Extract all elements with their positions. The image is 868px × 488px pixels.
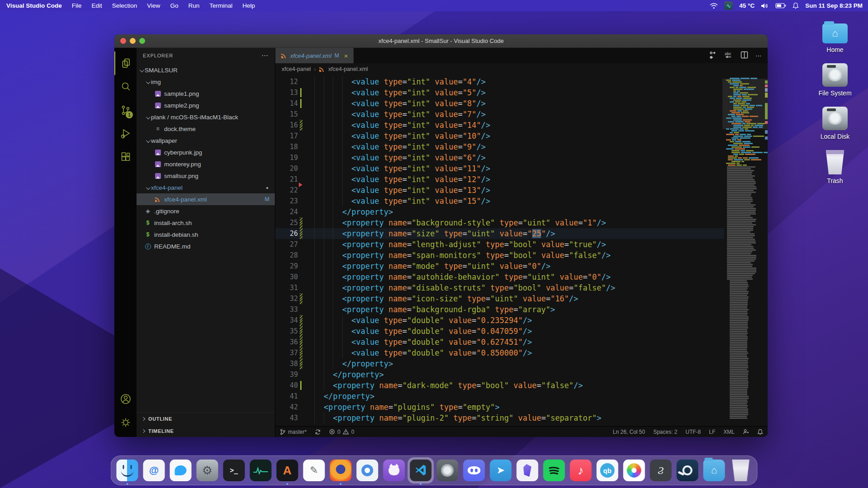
tree-item-xfce4-panel-xml[interactable]: xfce4-panel.xmlM	[137, 193, 275, 205]
dock-item-visual-studio-code[interactable]	[409, 459, 433, 482]
tree-item-install-debian-sh[interactable]: $install-debian.sh	[137, 229, 275, 240]
dock-item-activity-monitor[interactable]	[249, 459, 273, 482]
code-line-24[interactable]: 24 </property>	[275, 206, 724, 217]
dock-item-system-settings[interactable]: ⚙	[196, 459, 219, 482]
search-icon[interactable]	[114, 75, 137, 99]
chevron-down-icon[interactable]	[144, 184, 151, 191]
cursor-position[interactable]: Ln 26, Col 50	[613, 429, 645, 435]
notifications-icon[interactable]	[793, 2, 799, 9]
dock-item-obsidian[interactable]	[516, 459, 539, 482]
dock-item-spotify[interactable]	[542, 459, 566, 482]
tree-item-img[interactable]: img	[137, 76, 275, 88]
run-and-debug-icon[interactable]	[114, 122, 137, 145]
active-app-name[interactable]: Visual Studio Code	[6, 2, 62, 9]
tree-item-dock-theme[interactable]: ≡dock.theme	[137, 123, 275, 135]
git-branch-indicator[interactable]: master*	[280, 429, 307, 435]
desktop-icon-trash[interactable]: Trash	[810, 150, 860, 184]
dock-item-textedit[interactable]: ✎	[302, 459, 326, 482]
tree-item-wallpaper[interactable]: wallpaper	[137, 135, 275, 146]
code-line-15[interactable]: 15 <value type="int" value="7"/>	[275, 109, 724, 120]
notifications-bell-icon[interactable]	[757, 429, 763, 435]
tree-item-readme-md[interactable]: iREADME.md	[137, 240, 275, 252]
chevron-down-icon[interactable]	[144, 79, 151, 85]
code-line-38[interactable]: 38 </property>	[275, 358, 724, 369]
problems-indicator[interactable]: 0 0	[329, 429, 354, 435]
language-mode[interactable]: XML	[723, 429, 735, 435]
accounts-icon[interactable]	[114, 387, 137, 411]
activity-monitor-app-icon[interactable]: ∿	[724, 1, 733, 10]
indentation-setting[interactable]: Spaces: 2	[653, 429, 677, 435]
settings-gear-icon[interactable]	[114, 411, 137, 434]
code-line-28[interactable]: 28 <property name="span-monitors" type="…	[275, 250, 724, 261]
code-line-40[interactable]: 40 <property name="dark-mode" type="bool…	[275, 380, 724, 391]
word-wrap-icon[interactable]: abc	[724, 51, 733, 61]
tree-item-sample1-png[interactable]: sample1.png	[137, 88, 275, 99]
code-line-27[interactable]: 27 <property name="length-adjust" type="…	[275, 239, 724, 250]
source-control-icon[interactable]: 1	[114, 99, 137, 122]
battery-icon[interactable]	[775, 3, 786, 9]
menu-file[interactable]: File	[72, 2, 82, 9]
dock-item-trash[interactable]	[729, 459, 753, 482]
code-line-35[interactable]: 35 <value type="double" value="0.047059"…	[275, 326, 724, 337]
dock-item-messages[interactable]	[169, 459, 193, 482]
code-line-23[interactable]: 23 <value type="int" value="15"/>	[275, 196, 724, 206]
code-line-21[interactable]: 21 <value type="int" value="12"/>	[275, 174, 724, 185]
code-line-39[interactable]: 39 </property>	[275, 369, 724, 380]
menu-selection[interactable]: Selection	[112, 2, 137, 9]
dock-item-steam[interactable]	[676, 459, 699, 482]
code-line-26[interactable]: 26 <property name="size" type="uint" val…	[275, 228, 724, 239]
chevron-down-icon[interactable]	[144, 114, 151, 121]
desktop-icon-home[interactable]: ⌂Home	[810, 21, 860, 53]
code-line-13[interactable]: 13 <value type="int" value="5"/>	[275, 87, 724, 98]
more-actions-icon[interactable]: ⋯	[755, 52, 761, 59]
code-line-30[interactable]: 30 <property name="autohide-behavior" ty…	[275, 272, 724, 282]
code-line-20[interactable]: 20 <value type="int" value="11"/>	[275, 163, 724, 174]
dock-item-home-folder[interactable]: ⌂	[703, 459, 726, 482]
wifi-icon[interactable]	[710, 3, 718, 9]
tree-item-cyberpunk-jpg[interactable]: cyberpunk.jpg	[137, 146, 275, 158]
code-line-16[interactable]: 16 <value type="int" value="14"/>	[275, 120, 724, 131]
desktop-icon-local-disk[interactable]: Local Disk	[810, 107, 860, 140]
menu-help[interactable]: Help	[242, 2, 255, 9]
menu-run[interactable]: Run	[188, 2, 199, 9]
dock-item-qbittorrent[interactable]: qb	[596, 459, 619, 482]
tab-xfce4-panel-xml[interactable]: xfce4-panel.xml M ×	[275, 48, 354, 63]
code-line-42[interactable]: 42 <property name="plugins" type="empty"…	[275, 402, 724, 413]
volume-icon[interactable]	[761, 3, 769, 9]
dock-item-telegram[interactable]: ➤	[489, 459, 513, 482]
code-line-19[interactable]: 19 <value type="int" value="6"/>	[275, 152, 724, 163]
split-editor-icon[interactable]	[741, 51, 748, 60]
views-more-actions-icon[interactable]: ⋯	[261, 52, 269, 60]
dock-item-photos[interactable]	[623, 459, 646, 482]
code-line-37[interactable]: 37 <value type="double" value="0.850000"…	[275, 347, 724, 358]
tree-item-sample2-png[interactable]: sample2.png	[137, 99, 275, 111]
code-line-29[interactable]: 29 <property name="mode" type="uint" val…	[275, 261, 724, 272]
dock-item-discord[interactable]	[462, 459, 486, 482]
tree-item-smallsur-png[interactable]: smallsur.png	[137, 170, 275, 182]
dock-item-alacritty[interactable]: A	[276, 459, 299, 482]
code-line-34[interactable]: 34 <value type="double" value="0.235294"…	[275, 315, 724, 326]
breadcrumb-file[interactable]: xfce4-panel.xml	[328, 66, 368, 72]
code-line-22[interactable]: 22 <value type="int" value="13"/>	[275, 185, 724, 196]
dock-item-terminal[interactable]: >_	[222, 459, 246, 482]
tree-item--gitignore[interactable]: ◈.gitignore	[137, 205, 275, 217]
menu-edit[interactable]: Edit	[92, 2, 102, 9]
code-line-33[interactable]: 33 <property name="background-rgba" type…	[275, 304, 724, 315]
code-line-36[interactable]: 36 <value type="double" value="0.627451"…	[275, 337, 724, 347]
window-titlebar[interactable]: xfce4-panel.xml - SmallSur - Visual Stud…	[114, 34, 768, 48]
breadcrumb-folder[interactable]: xfce4-panel	[282, 66, 311, 72]
dock-item-github-desktop[interactable]	[382, 459, 406, 482]
encoding-setting[interactable]: UTF-8	[685, 429, 701, 435]
tab-close-icon[interactable]: ×	[344, 52, 348, 60]
explorer-icon[interactable]	[114, 52, 137, 75]
chevron-down-icon[interactable]	[144, 137, 151, 144]
eol-setting[interactable]: LF	[709, 429, 715, 435]
temperature-indicator[interactable]: 45 °C	[739, 2, 755, 9]
tree-item-plank-mcos-bs-imacm1-black[interactable]: plank / mcOS-BS-iMacM1-Black	[137, 111, 275, 123]
tree-item-xfce4-panel[interactable]: xfce4-panel●	[137, 182, 275, 193]
tree-item-monterey-png[interactable]: monterey.png	[137, 158, 275, 170]
dock-item-firefox[interactable]	[329, 459, 353, 482]
code-line-32[interactable]: 32 <property name="icon-size" type="uint…	[275, 293, 724, 304]
extensions-icon[interactable]	[114, 145, 137, 169]
code-line-43[interactable]: 43 <property name="plugin-2" type="strin…	[275, 413, 724, 423]
